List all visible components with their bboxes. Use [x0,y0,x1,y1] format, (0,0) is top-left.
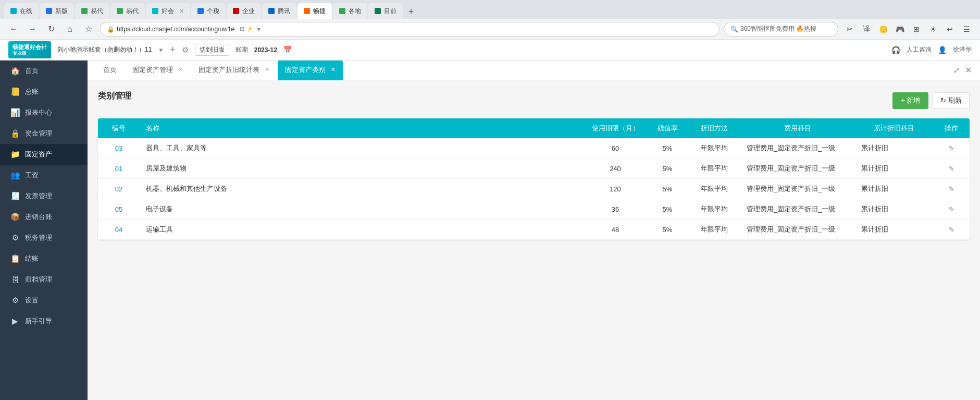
cell-accumulated: 累计折旧 [855,179,933,199]
cut-icon[interactable]: ✂ [842,22,857,37]
edit-icon[interactable]: ✎ [949,144,954,152]
cell-action: ✎ [933,220,970,240]
switch-version-button[interactable]: 切到旧版 [195,44,229,56]
sidebar-item-inventory[interactable]: 📦 进销台账 [0,207,88,227]
game-icon[interactable]: 🎮 [892,22,907,37]
cell-id[interactable]: 01 [98,159,140,179]
service-label[interactable]: 人工咨询 [907,45,932,54]
tab-zaixin[interactable]: 在线 [4,3,39,19]
add-button[interactable]: + 新增 [892,92,928,109]
tab-yidai2[interactable]: 易代 [110,3,145,19]
settings-gear-button[interactable]: ⚙ [182,45,189,55]
tab-close-haohui[interactable]: ✕ [179,8,184,15]
col-header-expense: 费用科目 [740,118,855,138]
grid-icon[interactable]: ⊞ [909,22,924,37]
sun-icon[interactable]: ☀ [926,22,940,37]
cell-id[interactable]: 03 [98,138,140,159]
address-bar: ← → ↻ ⌂ ☆ 🔒 https://cloud.chanjet.com/ac… [0,19,980,40]
content-tab-category[interactable]: 固定资产类别 ✕ [278,60,343,80]
calendar-icon[interactable]: 📅 [283,46,292,54]
cell-period: 36 [584,199,647,220]
payroll-icon: 👥 [10,171,20,180]
edit-icon[interactable]: ✎ [949,165,954,173]
sidebar-item-settings[interactable]: ⚙ 设置 [0,290,88,311]
cell-expense: 管理费用_固定资产折旧_一级 [740,159,855,179]
sidebar-item-assets[interactable]: 📁 固定资产 [0,144,88,165]
new-tab-button[interactable]: + [404,4,418,19]
ledger-icon: 📒 [10,87,20,96]
sidebar-item-home[interactable]: 🏠 首页 [0,60,88,81]
col-header-name: 名称 [140,118,584,138]
sidebar-item-ledger[interactable]: 📒 总账 [0,81,88,102]
tab-changjie[interactable]: 畅捷 [297,3,332,19]
tab-geshui[interactable]: 个税 [191,3,226,19]
archive-icon: 🗄 [10,275,20,284]
table-row: 01 房屋及建筑物 240 5% 年限平均 管理费用_固定资产折旧_一级 累计折… [98,159,970,179]
cell-id[interactable]: 05 [98,199,140,220]
back-button[interactable]: ← [6,22,21,37]
cell-method: 年限平均 [688,179,740,199]
invoice-icon: 🧾 [10,191,20,201]
sidebar-item-closing[interactable]: 📋 结账 [0,248,88,269]
edit-icon[interactable]: ✎ [949,205,954,213]
cell-residual: 5% [647,199,688,220]
search-bar[interactable]: 🔍 360智能抠图免费用 🔥热搜 [724,22,838,37]
close-category-tab[interactable]: ✕ [331,66,336,73]
cell-period: 240 [584,159,647,179]
user-dropdown-icon[interactable]: ▼ [158,47,164,53]
tab-gedi[interactable]: 各地 [333,3,367,19]
sidebar-item-tax[interactable]: ⚙ 税务管理 [0,227,88,248]
tab-yidai1[interactable]: 易代 [75,3,109,19]
coin-icon[interactable]: 🪙 [876,22,890,37]
home-button[interactable]: ⌂ [63,22,77,37]
sidebar-item-invoice[interactable]: 🧾 发票管理 [0,186,88,207]
sidebar-item-reports[interactable]: 📊 报表中心 [0,102,88,123]
content-tabs: 首页 固定资产管理 ✕ 固定资产折旧统计表 ✕ 固定资产类别 ✕ ⤢ ✕ [88,60,980,80]
content-tab-asset-manage[interactable]: 固定资产管理 ✕ [125,60,190,80]
browser-tab-bar: 在线 新版 易代 易代 好会 ✕ 个税 企业 腾讯 畅捷 各地 目前 + [0,0,980,19]
cell-name: 运输工具 [140,220,584,240]
close-panel-icon[interactable]: ✕ [965,65,972,75]
maximize-icon[interactable]: ⤢ [953,65,960,75]
undo-icon[interactable]: ↩ [942,22,957,37]
tab-qiye[interactable]: 企业 [227,3,261,19]
reports-icon: 📊 [10,108,20,117]
category-table: 编号 名称 使用期限（月） 残值率 折旧方法 费用科目 累计折旧科目 操作 03… [98,118,970,240]
search-icon: 🔍 [730,26,738,33]
close-asset-manage-tab[interactable]: ✕ [178,66,183,73]
edit-icon[interactable]: ✎ [949,185,954,193]
cell-expense: 管理费用_固定资产折旧_一级 [740,179,855,199]
tab-xinban[interactable]: 新版 [40,3,74,19]
add-account-button[interactable]: + [170,44,176,55]
cell-name: 房屋及建筑物 [140,159,584,179]
forward-button[interactable]: → [25,22,40,37]
sidebar-item-archive[interactable]: 🗄 归档管理 [0,269,88,290]
sidebar-item-payroll[interactable]: 👥 工资 [0,165,88,186]
url-bar[interactable]: 🔒 https://cloud.chanjet.com/accounting/u… [100,22,720,37]
cell-accumulated: 累计折旧 [855,220,933,240]
refresh-icon: ↻ [940,96,948,104]
cell-expense: 管理费用_固定资产折旧_一级 [740,138,855,159]
cell-method: 年限平均 [688,220,740,240]
tab-haohui[interactable]: 好会 ✕ [146,3,190,19]
tab-muqian[interactable]: 目前 [368,3,403,19]
edit-icon[interactable]: ✎ [949,226,954,234]
cell-residual: 5% [647,138,688,159]
url-dropdown[interactable]: ▼ [256,26,262,32]
close-depreciation-tab[interactable]: ✕ [265,66,269,73]
bookmark-button[interactable]: ☆ [81,22,96,37]
translate-icon[interactable]: 译 [859,22,874,37]
table-header-row: 编号 名称 使用期限（月） 残值率 折旧方法 费用科目 累计折旧科目 操作 [98,118,970,138]
content-tab-depreciation[interactable]: 固定资产折旧统计表 ✕ [191,60,277,80]
cell-id[interactable]: 04 [98,220,140,240]
content-tab-home[interactable]: 首页 [96,60,124,80]
reload-button[interactable]: ↻ [44,22,58,37]
sidebar-item-guide[interactable]: ▶ 新手引导 [0,311,88,332]
cell-accumulated: 累计折旧 [855,159,933,179]
refresh-button[interactable]: ↻ 刷新 [933,92,970,109]
sidebar-item-funds[interactable]: 🔒 资金管理 [0,123,88,144]
settings-icon: ⚙ [10,296,20,305]
tab-tengxun[interactable]: 腾讯 [262,3,296,19]
menu-icon[interactable]: ☰ [959,22,974,37]
cell-id[interactable]: 02 [98,179,140,199]
